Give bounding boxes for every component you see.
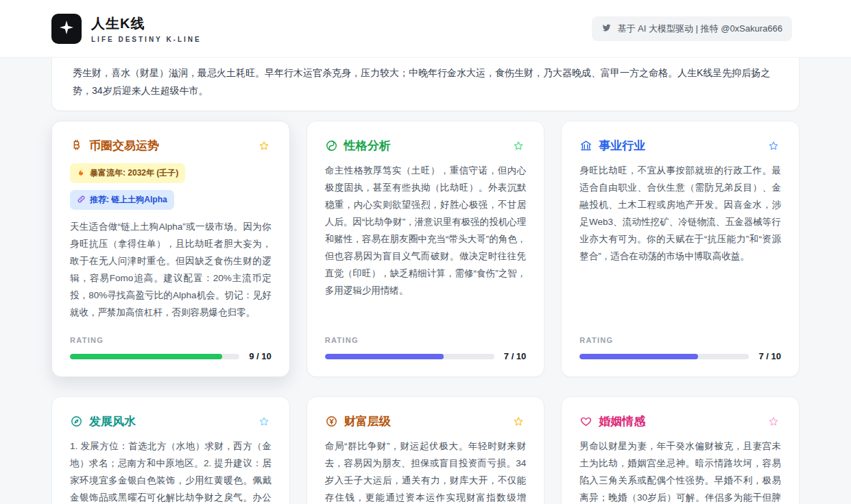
card-body: 1. 发展方位：首选北方（水地）求财，西方（金地）求名；忌南方和中原地区。2. … — [70, 437, 272, 504]
content: 秀生财，喜水（财星）滋润，最忌火土耗旺。早年行木运官杀克身，压力较大；中晚年行金… — [51, 58, 800, 504]
brand: 人生K线 LIFE DESTINY K-LINE — [51, 14, 202, 44]
rating-score: 9 / 10 — [249, 351, 272, 361]
app-title: 人生K线 — [91, 14, 202, 33]
bank-icon — [579, 139, 592, 152]
card-title: 币圈交易运势 — [89, 138, 159, 154]
app-header: 人生K线 LIFE DESTINY K-LINE 基于 AI 大模型驱动 | 推… — [0, 0, 851, 58]
sparkle-icon — [58, 19, 75, 38]
flame-icon — [77, 168, 86, 179]
card-title: 婚姻情感 — [599, 413, 645, 429]
rating-score: 7 / 10 — [758, 351, 781, 361]
destiny-summary-text: 秀生财，喜水（财星）滋润，最忌火土耗旺。早年行木运官杀克身，压力较大；中晚年行金… — [73, 64, 778, 99]
card-body: 命局“群比争财”，财运起伏极大。年轻时财来财去，容易因为朋友、担保或盲目投资而亏… — [325, 437, 527, 504]
card-title: 发展风水 — [89, 413, 136, 429]
card-body: 身旺比劫旺，不宜从事按部就班的行政工作。最适合自由职业、合伙生意（需防兄弟反目）… — [579, 162, 781, 265]
app-subtitle: LIFE DESTINY K-LINE — [91, 36, 202, 43]
recommendation-text: 推荐: 链上土狗Alpha — [90, 194, 167, 206]
twitter-icon — [601, 23, 612, 35]
coin-icon — [325, 415, 338, 428]
card-body: 男命以财星为妻，年干癸水偏财被克，且妻宫未土为比劫，婚姻宫坐忌神。暗示情路坎坷，… — [579, 437, 781, 504]
rating-bar — [325, 354, 494, 359]
card-wealth: 财富层级 命局“群比争财”，财运起伏极大。年轻时财来财去，容易因为朋友、担保或盲… — [307, 396, 545, 504]
page: 人生K线 LIFE DESTINY K-LINE 基于 AI 大模型驱动 | 推… — [0, 0, 851, 504]
powered-by-text: 基于 AI 大模型驱动 | 推特 @0xSakura666 — [617, 23, 782, 35]
analysis-card-grid: 币圈交易运势 暴富流年: 2032年 (壬子) — [51, 121, 800, 504]
rating-bar — [70, 354, 239, 359]
rating-score: 7 / 10 — [504, 351, 527, 361]
rating-label: RATING — [70, 336, 272, 344]
compass-icon — [70, 415, 83, 428]
brand-text: 人生K线 LIFE DESTINY K-LINE — [91, 14, 202, 43]
favorite-star-icon[interactable] — [766, 139, 781, 154]
app-logo — [51, 14, 82, 44]
heart-icon — [579, 415, 592, 428]
card-title: 事业行业 — [599, 138, 645, 154]
rating-section: RATING 7 / 10 — [579, 321, 781, 361]
card-crypto-trading: 币圈交易运势 暴富流年: 2032年 (壬子) — [51, 121, 290, 377]
favorite-star-icon[interactable] — [511, 139, 526, 154]
lucky-year-badge: 暴富流年: 2032年 (壬子) — [70, 163, 185, 183]
card-title: 财富层级 — [344, 413, 391, 429]
link-icon — [77, 195, 86, 206]
card-career: 事业行业 身旺比劫旺，不宜从事按部就班的行政工作。最适合自由职业、合伙生意（需防… — [561, 121, 800, 377]
card-body: 命主性格敦厚笃实（土旺），重信守诺，但内心极度固执，甚至有些执拗（比劫旺）。外表… — [325, 162, 527, 299]
favorite-star-icon[interactable] — [511, 414, 526, 429]
rating-section: RATING 7 / 10 — [325, 321, 527, 361]
powered-by-badge[interactable]: 基于 AI 大模型驱动 | 推特 @0xSakura666 — [592, 16, 792, 41]
bitcoin-icon — [70, 139, 83, 152]
favorite-star-icon[interactable] — [256, 414, 272, 429]
card-fengshui: 发展风水 1. 发展方位：首选北方（水地）求财，西方（金地）求名；忌南方和中原地… — [51, 396, 290, 504]
card-title: 性格分析 — [344, 138, 391, 154]
personality-icon — [325, 139, 338, 152]
favorite-star-icon[interactable] — [256, 139, 272, 154]
badge-row: 暴富流年: 2032年 (壬子) 推荐: 链上土狗Alpha — [70, 163, 272, 210]
card-marriage: 婚姻情感 男命以财星为妻，年干癸水偏财被克，且妻宫未土为比劫，婚姻宫坐忌神。暗示… — [561, 396, 800, 504]
rating-bar — [579, 354, 749, 359]
rating-section: RATING 9 / 10 — [70, 321, 272, 361]
rating-label: RATING — [325, 336, 527, 344]
recommendation-badge: 推荐: 链上土狗Alpha — [70, 190, 174, 210]
card-body: 天生适合做“链上土狗Alpha”或一级市场。因为你身旺抗压（拿得住单），且比劫旺… — [70, 218, 272, 321]
rating-label: RATING — [579, 336, 781, 344]
card-personality: 性格分析 命主性格敦厚笃实（土旺），重信守诺，但内心极度固执，甚至有些执拗（比劫… — [307, 121, 545, 377]
lucky-year-text: 暴富流年: 2032年 (壬子) — [90, 167, 178, 179]
favorite-star-icon[interactable] — [766, 414, 781, 429]
